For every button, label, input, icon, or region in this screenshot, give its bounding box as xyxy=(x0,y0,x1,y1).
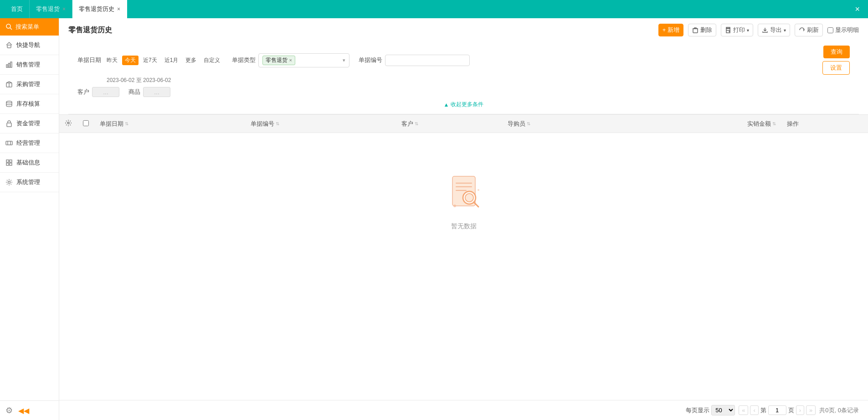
th-doc-number[interactable]: 单据编号 ⇅ xyxy=(245,115,396,133)
svg-rect-13 xyxy=(6,160,9,162)
date-btn-today[interactable]: 今天 xyxy=(122,56,139,65)
first-page-button[interactable]: « xyxy=(739,405,748,415)
filter-section: 单据日期 昨天 今天 近7天 近1月 更多 自定义 xyxy=(68,41,859,114)
svg-point-0 xyxy=(6,24,10,28)
home-icon xyxy=(5,41,13,49)
set-button[interactable]: 设置 xyxy=(822,61,850,75)
page-label: 页 xyxy=(788,406,794,415)
page-title-row: 零售退货历史 + 新增 删除 xyxy=(68,24,859,36)
page-header: 零售退货历史 + 新增 删除 xyxy=(59,18,868,115)
svg-rect-14 xyxy=(10,160,12,162)
svg-line-1 xyxy=(10,28,12,30)
th-amount[interactable]: 实销金额 ⇅ xyxy=(630,115,781,133)
doc-number-input[interactable] xyxy=(385,55,470,66)
sidebar-search[interactable]: 搜索菜单 xyxy=(0,18,59,36)
delete-button[interactable]: 删除 xyxy=(688,24,716,36)
sidebar-item-sales-label: 销售管理 xyxy=(16,61,40,69)
delete-label: 删除 xyxy=(700,26,712,34)
th-doc-number-sort: ⇅ xyxy=(276,121,279,126)
doc-number-filter: 单据编号 xyxy=(359,55,470,66)
th-action: 操作 xyxy=(781,115,868,133)
collapse-button[interactable]: ▲ 收起更多条件 xyxy=(77,101,850,108)
settings-icon[interactable]: ⚙ xyxy=(5,405,13,415)
customer-label: 客户 xyxy=(77,88,89,96)
tab-retail-return-close[interactable]: × xyxy=(62,6,66,12)
tab-home[interactable]: 首页 xyxy=(5,0,30,18)
sidebar-item-system[interactable]: 系统管理 xyxy=(0,173,59,192)
refresh-label: 刷新 xyxy=(807,26,819,34)
doc-type-tag-text: 零售退货 xyxy=(266,56,288,64)
empty-state-icon xyxy=(441,169,487,215)
doc-type-select[interactable]: 零售退货 × ▾ xyxy=(258,53,349,67)
sidebar-item-inventory[interactable]: 库存核算 xyxy=(0,94,59,114)
svg-rect-15 xyxy=(6,163,9,165)
page-section-label: 第 xyxy=(760,406,766,415)
svg-point-8 xyxy=(6,101,12,103)
sidebar-item-purchase[interactable]: 采购管理 xyxy=(0,75,59,94)
page-number-input[interactable] xyxy=(768,405,786,415)
page-size-label: 每页显示 xyxy=(686,406,709,415)
chart-icon xyxy=(5,61,13,68)
svg-point-23 xyxy=(67,122,69,124)
date-btn-custom[interactable]: 自定义 xyxy=(201,56,223,65)
th-settings[interactable] xyxy=(59,115,77,133)
th-guide[interactable]: 导购员 ⇅ xyxy=(502,115,631,133)
svg-rect-3 xyxy=(6,65,8,67)
window-close-button[interactable]: × xyxy=(851,5,863,14)
top-bar: 首页 零售退货 × 零售退货历史 × × xyxy=(0,0,868,18)
sidebar-item-finance[interactable]: 资金管理 xyxy=(0,114,59,133)
sidebar: 搜索菜单 快捷导航 销售管理 xyxy=(0,18,59,420)
svg-point-29 xyxy=(465,194,473,202)
export-label: 导出 xyxy=(770,26,782,34)
refresh-button[interactable]: 刷新 xyxy=(795,24,823,36)
goods-filter: 商品 ... xyxy=(128,87,170,97)
print-button[interactable]: 打印 ▾ xyxy=(721,24,753,36)
date-btn-yesterday[interactable]: 昨天 xyxy=(104,56,120,65)
storage-icon xyxy=(5,100,13,108)
prev-page-button[interactable]: ‹ xyxy=(750,405,758,415)
date-range-display: 2023-06-02 至 2023-06-02 xyxy=(107,77,171,83)
sidebar-item-basic-info[interactable]: 基础信息 xyxy=(0,153,59,173)
tab-retail-return-history-close[interactable]: × xyxy=(117,6,120,12)
svg-point-32 xyxy=(478,189,479,191)
display-detail-checkbox-container[interactable]: 显示明细 xyxy=(827,26,859,34)
export-icon xyxy=(762,27,768,33)
doc-type-tag-close[interactable]: × xyxy=(289,57,292,63)
goods-input[interactable]: ... xyxy=(143,87,170,97)
query-button[interactable]: 查询 xyxy=(823,46,850,58)
th-doc-date[interactable]: 单据日期 ⇅ xyxy=(94,115,245,133)
last-page-button[interactable]: » xyxy=(806,405,816,415)
table-header: 单据日期 ⇅ 单据编号 ⇅ xyxy=(59,115,868,133)
date-btn-7days[interactable]: 近7天 xyxy=(140,56,160,65)
date-filter: 单据日期 昨天 今天 近7天 近1月 更多 自定义 xyxy=(77,56,223,65)
tab-retail-return[interactable]: 零售退货 × xyxy=(30,0,72,18)
toolbar: + 新增 删除 xyxy=(658,24,859,36)
th-checkbox[interactable] xyxy=(77,115,94,133)
export-button[interactable]: 导出 ▾ xyxy=(758,24,790,36)
sidebar-item-sales[interactable]: 销售管理 xyxy=(0,55,59,75)
date-btn-1month[interactable]: 近1月 xyxy=(162,56,181,65)
display-detail-label: 显示明细 xyxy=(835,26,859,34)
customer-input[interactable]: ... xyxy=(92,87,119,97)
page-size-select[interactable]: 50 100 200 xyxy=(711,405,735,415)
sidebar-item-finance-label: 资金管理 xyxy=(16,119,40,128)
date-btn-more[interactable]: 更多 xyxy=(183,56,199,65)
tab-retail-return-history[interactable]: 零售退货历史 × xyxy=(72,0,127,18)
refresh-icon xyxy=(799,27,805,33)
sidebar-item-operation[interactable]: 经营管理 xyxy=(0,133,59,153)
gear-icon xyxy=(5,179,13,186)
table-settings-icon[interactable] xyxy=(65,119,72,127)
th-customer[interactable]: 客户 ⇅ xyxy=(396,115,502,133)
display-detail-checkbox[interactable] xyxy=(827,27,833,33)
select-all-checkbox[interactable] xyxy=(83,120,89,126)
th-guide-label: 导购员 xyxy=(508,120,525,128)
sidebar-item-inventory-label: 库存核算 xyxy=(16,100,40,108)
volume-icon[interactable]: ◀◀ xyxy=(18,406,29,415)
date-filter-label: 单据日期 xyxy=(77,56,101,64)
box-icon xyxy=(5,81,13,88)
sidebar-item-quick-nav[interactable]: 快捷导航 xyxy=(0,36,59,55)
sidebar-item-purchase-label: 采购管理 xyxy=(16,80,40,88)
sidebar-item-system-label: 系统管理 xyxy=(16,178,40,186)
new-button[interactable]: + 新增 xyxy=(658,24,683,36)
next-page-button[interactable]: › xyxy=(796,405,804,415)
